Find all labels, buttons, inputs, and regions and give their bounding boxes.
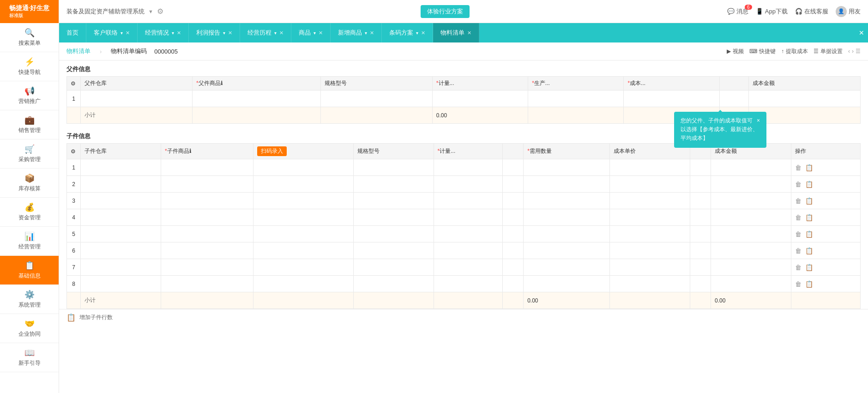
child-row-8-spec[interactable] [353,276,434,292]
tooltip-close[interactable]: × [757,116,760,125]
child-row-7-unit[interactable] [434,259,502,276]
child-row-3-unit-cost[interactable] [609,193,690,209]
child-row-2-spec[interactable] [353,176,434,193]
copy-icon-row-3[interactable]: 📋 [805,197,813,205]
single-settings-button[interactable]: ☰ 单据设置 [814,48,843,55]
close-all-tabs[interactable]: ✕ [855,23,868,42]
breadcrumb-bom-list[interactable]: 物料清单 [66,47,90,55]
sidebar-item-search[interactable]: 🔍 搜索菜单 [0,23,59,52]
sidebar-item-sales[interactable]: 💼 销售管理 [0,110,59,139]
scan-input-button[interactable]: 扫码录入 [257,146,287,156]
child-row-6-qty[interactable] [524,242,609,259]
child-row-3-unit[interactable] [434,193,502,209]
child-row-1-warehouse[interactable] [81,159,161,176]
sidebar-item-inventory[interactable]: 📦 库存核算 [0,169,59,198]
child-row-1-qty[interactable] [524,159,609,176]
tab-operation-close[interactable]: ✕ [177,30,181,36]
gear-icon[interactable]: ⚙ [157,7,163,16]
tab-barcode[interactable]: 条码方案 ▾ ✕ [382,23,433,42]
tab-profit-close[interactable]: ✕ [228,30,232,36]
parent-row-1-goods[interactable] [192,91,320,107]
child-row-4-qty[interactable] [524,209,609,226]
child-row-3-qty[interactable] [524,193,609,209]
delete-icon-row-3[interactable]: 🗑 [795,197,802,205]
parent-col-settings[interactable]: ⚙ [67,77,81,91]
child-row-1-goods[interactable] [161,159,253,176]
delete-icon-row-4[interactable]: 🗑 [795,214,802,221]
sidebar-item-system[interactable]: ⚙️ 系统管理 [0,285,59,314]
child-row-1-unit[interactable] [434,159,502,176]
system-dropdown-arrow[interactable]: ▼ [148,9,153,14]
copy-icon-row-2[interactable]: 📋 [805,181,813,188]
shortcut-button[interactable]: ⌨ 快捷键 [749,48,776,55]
extract-cost-button[interactable]: ↑ 提取成本 [781,48,808,55]
parent-row-1-produce[interactable] [528,91,624,107]
child-row-8-goods[interactable] [161,276,253,292]
message-button[interactable]: 💬 消息 6 [727,7,748,16]
child-row-2-goods[interactable] [161,176,253,193]
sidebar-item-purchase[interactable]: 🛒 采购管理 [0,139,59,169]
child-row-6-goods[interactable] [161,242,253,259]
next-button[interactable]: › [852,48,854,54]
child-row-7-unit-cost[interactable] [609,259,690,276]
child-row-3-goods[interactable] [161,193,253,209]
copy-icon-row-4[interactable]: 📋 [805,214,813,221]
sidebar-item-finance[interactable]: 💰 资金管理 [0,198,59,227]
sidebar-item-operation[interactable]: 📊 经营管理 [0,227,59,256]
view-video-button[interactable]: ▶ 视频 [727,48,744,55]
child-row-8-unit[interactable] [434,276,502,292]
tab-customer-close[interactable]: ✕ [126,30,130,36]
child-row-5-qty[interactable] [524,226,609,242]
tab-journey[interactable]: 经营历程 ▾ ✕ [240,23,291,42]
child-row-6-unit-cost[interactable] [609,242,690,259]
online-service-button[interactable]: 🎧 在线客服 [795,7,828,16]
prev-button[interactable]: ‹ [848,48,850,54]
child-row-7-qty[interactable] [524,259,609,276]
child-row-2-unit[interactable] [434,176,502,193]
child-col-settings[interactable]: ⚙ [67,144,81,159]
child-row-4-unit[interactable] [434,209,502,226]
child-row-3-spec[interactable] [353,193,434,209]
copy-icon-row-5[interactable]: 📋 [805,230,813,238]
copy-icon-row-8[interactable]: 📋 [805,280,813,288]
child-row-8-qty[interactable] [524,276,609,292]
tab-new-goods-close[interactable]: ✕ [370,30,374,36]
tab-operation[interactable]: 经营情况 ▾ ✕ [138,23,189,42]
copy-icon-row-7[interactable]: 📋 [805,264,813,271]
child-row-7-spec[interactable] [353,259,434,276]
child-row-5-unit[interactable] [434,226,502,242]
child-row-7-goods[interactable] [161,259,253,276]
parent-row-1-warehouse[interactable] [81,91,193,107]
parent-row-1-cost[interactable] [624,91,719,107]
child-row-4-unit-cost[interactable] [609,209,690,226]
delete-icon-row-6[interactable]: 🗑 [795,247,802,254]
tab-bom[interactable]: 物料清单 ✕ [433,23,479,42]
app-download-button[interactable]: 📱 App下载 [756,7,788,16]
child-row-4-spec[interactable] [353,209,434,226]
tab-barcode-close[interactable]: ✕ [421,30,425,36]
child-row-5-warehouse[interactable] [81,226,161,242]
list-view-icon[interactable]: ☰ [856,48,861,54]
child-row-6-spec[interactable] [353,242,434,259]
tab-bom-close[interactable]: ✕ [467,30,471,36]
sidebar-item-basic-info[interactable]: 📋 基础信息 [0,256,59,285]
tab-new-goods[interactable]: 新增商品 ▾ ✕ [331,23,382,42]
copy-icon-row-6[interactable]: 📋 [805,247,813,254]
child-row-2-warehouse[interactable] [81,176,161,193]
tab-journey-close[interactable]: ✕ [279,30,283,36]
child-row-6-warehouse[interactable] [81,242,161,259]
parent-row-1-spec[interactable] [320,91,432,107]
sidebar-item-marketing[interactable]: 📢 营销推广 [0,81,59,110]
user-avatar-button[interactable]: 👤 用友 [836,6,861,17]
child-row-4-goods[interactable] [161,209,253,226]
sidebar-item-enterprise[interactable]: 🤝 企业协同 [0,314,59,343]
child-row-2-qty[interactable] [524,176,609,193]
child-row-2-unit-cost[interactable] [609,176,690,193]
tab-goods[interactable]: 商品 ▾ ✕ [291,23,331,42]
child-row-1-spec[interactable] [353,159,434,176]
tab-customer[interactable]: 客户联络 ▾ ✕ [86,23,138,42]
sidebar-item-guide[interactable]: 📖 新手引导 [0,343,59,372]
child-row-1-unit-cost[interactable] [609,159,690,176]
child-row-8-unit-cost[interactable] [609,276,690,292]
child-row-5-spec[interactable] [353,226,434,242]
